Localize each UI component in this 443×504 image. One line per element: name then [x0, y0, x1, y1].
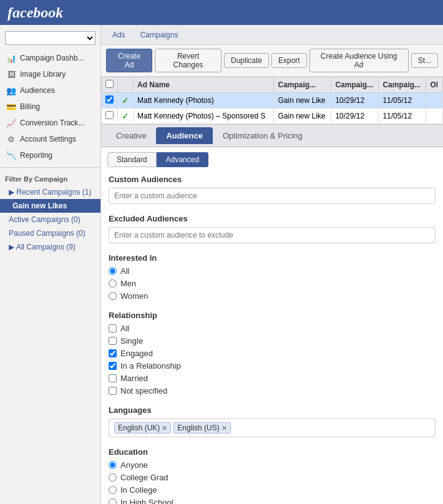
radio-item-edu-in-high-school: In High School — [109, 498, 436, 504]
relationship-options: AllSingleEngagedIn a RelationshipMarried… — [109, 324, 436, 395]
radio-edu-in-college[interactable] — [109, 486, 117, 494]
custom-audiences-input[interactable] — [109, 188, 436, 204]
custom-audiences-section: Custom Audiences — [109, 175, 436, 204]
row-checkbox[interactable] — [102, 93, 118, 109]
checkbox-rel-in-relationship[interactable] — [109, 362, 117, 370]
sidebar-icon-campaigns: 📊 — [6, 53, 16, 63]
radio-interested-men[interactable] — [109, 279, 117, 288]
sidebar-nav: 📊Campaign Dashb...🖼Image Library👥Audienc… — [0, 50, 100, 163]
sidebar-item-conversion-track[interactable]: 📈Conversion Track... — [0, 115, 100, 131]
row-col3: 10/29/12 — [331, 109, 379, 124]
filter-item-paused[interactable]: Paused Campaigns (0) — [0, 226, 100, 240]
sidebar: 📊Campaign Dashb...🖼Image Library👥Audienc… — [0, 25, 101, 504]
checkbox-rel-single[interactable] — [109, 337, 117, 345]
filter-item-gain-new-likes[interactable]: Gain new Likes — [0, 199, 100, 213]
radio-item-interested-women: Women — [109, 291, 436, 301]
radio-label-men: Men — [120, 279, 136, 288]
create-audience-button[interactable]: Create Audience Using Ad — [309, 49, 409, 72]
filter-item-active[interactable]: Active Campaigns (0) — [0, 213, 100, 226]
tab-ads[interactable]: Ads — [106, 28, 132, 42]
subtab-advanced[interactable]: Advanced — [157, 152, 208, 167]
sidebar-label-billing: Billing — [20, 102, 40, 111]
sidebar-item-billing[interactable]: 💳Billing — [0, 99, 100, 115]
radio-edu-college-grad[interactable] — [109, 473, 117, 482]
checkbox-rel-engaged[interactable] — [109, 349, 117, 357]
row-checkbox[interactable] — [102, 109, 118, 124]
sidebar-divider — [0, 167, 100, 168]
table-row[interactable]: ✓ Matt Kennedy (Photos) Gain new Like 10… — [102, 93, 443, 109]
education-label: Education — [109, 447, 436, 457]
checkbox-label-in-relationship: In a Relationship — [120, 361, 181, 371]
ads-table: Ad Name Campaig... Campaig... Campaig...… — [101, 77, 443, 124]
select-all-checkbox[interactable] — [105, 80, 114, 88]
row-col3: 10/29/12 — [331, 93, 379, 109]
export-button[interactable]: Export — [271, 53, 307, 68]
col-camp2-header: Campaig... — [331, 77, 379, 93]
radio-item-interested-men: Men — [109, 279, 436, 288]
filter-item-recent[interactable]: ▶ Recent Campaigns (1) — [0, 185, 100, 199]
interested-in-label: Interested In — [109, 253, 436, 263]
relationship-section: Relationship AllSingleEngagedIn a Relati… — [109, 311, 436, 395]
checkbox-item-rel-married: Married — [109, 374, 436, 383]
radio-edu-label-in-college: In College — [120, 485, 157, 495]
tab-optimization[interactable]: Optimization & Pricing — [213, 127, 313, 144]
col-camp3-header: Campaig... — [379, 77, 426, 93]
sidebar-icon-reporting: 📉 — [6, 150, 16, 160]
sidebar-item-account-settings[interactable]: ⚙Account Settings — [0, 131, 100, 147]
sidebar-search[interactable] — [5, 31, 95, 45]
checkbox-item-rel-not-specified: Not specified — [109, 386, 436, 395]
status-button[interactable]: St... — [411, 53, 438, 68]
interested-in-options: AllMenWomen — [109, 266, 436, 301]
languages-section: Languages English (UK)✕English (US)✕ — [109, 405, 436, 437]
row-select-checkbox[interactable] — [105, 95, 114, 104]
row-adname: Matt Kennedy (Photos) — [134, 93, 274, 109]
lang-label-en-uk: English (UK) — [118, 424, 160, 432]
col-ol-header: Ol — [426, 77, 443, 93]
radio-edu-in-high-school[interactable] — [109, 498, 117, 504]
radio-edu-anyone[interactable] — [109, 461, 117, 469]
relationship-label: Relationship — [109, 311, 436, 320]
excluded-audiences-section: Excluded Audiences — [109, 214, 436, 243]
lang-remove-en-uk[interactable]: ✕ — [162, 424, 167, 432]
sidebar-item-audiences[interactable]: 👥Audiences — [0, 82, 100, 99]
subtab-standard[interactable]: Standard — [107, 152, 157, 167]
excluded-audiences-input[interactable] — [109, 227, 436, 243]
custom-audiences-label: Custom Audiences — [109, 175, 436, 184]
sidebar-icon-audiences: 👥 — [6, 85, 16, 95]
lang-remove-en-us[interactable]: ✕ — [221, 424, 227, 432]
ads-table-container: Ad Name Campaig... Campaig... Campaig...… — [101, 77, 443, 125]
sidebar-item-campaigns[interactable]: 📊Campaign Dashb... — [0, 50, 100, 66]
filter-item-all[interactable]: ▶ All Campaigns (9) — [0, 240, 100, 254]
sidebar-icon-image-library: 🖼 — [6, 69, 16, 79]
radio-label-all: All — [120, 266, 129, 276]
col-checkbox-header — [102, 77, 118, 93]
lang-tag-en-uk: English (UK)✕ — [114, 422, 171, 434]
sidebar-item-reporting[interactable]: 📉Reporting — [0, 147, 100, 163]
radio-interested-women[interactable] — [109, 292, 117, 300]
duplicate-button[interactable]: Duplicate — [224, 53, 269, 68]
tab-campaigns[interactable]: Campaigns — [134, 28, 185, 42]
checkbox-rel-rel-all[interactable] — [109, 324, 117, 332]
ads-tbody: ✓ Matt Kennedy (Photos) Gain new Like 10… — [102, 93, 443, 124]
subtabs: Standard Advanced — [101, 147, 443, 167]
sidebar-item-image-library[interactable]: 🖼Image Library — [0, 66, 100, 82]
col-status-header — [118, 77, 134, 93]
radio-item-edu-college-grad: College Grad — [109, 473, 436, 482]
checkbox-label-married: Married — [120, 374, 148, 383]
row-adname: Matt Kennedy (Photos) – Sponsored S — [134, 109, 274, 124]
main-content: Ads Campaigns Create Ad Revert Changes D… — [101, 25, 443, 504]
checkbox-rel-not-specified[interactable] — [109, 387, 117, 395]
checkbox-rel-married[interactable] — [109, 374, 117, 382]
create-ad-button[interactable]: Create Ad — [106, 49, 152, 72]
row-select-checkbox[interactable] — [105, 111, 114, 119]
campaign-select[interactable] — [5, 31, 95, 45]
radio-interested-all[interactable] — [109, 267, 117, 275]
tab-audience[interactable]: Audience — [156, 127, 213, 144]
languages-field[interactable]: English (UK)✕English (US)✕ — [109, 419, 436, 437]
filter-section-title: Filter By Campaign — [0, 172, 100, 185]
sidebar-label-image-library: Image Library — [20, 70, 66, 79]
sidebar-label-reporting: Reporting — [20, 151, 52, 160]
tab-creative[interactable]: Creative — [106, 127, 156, 144]
revert-changes-button[interactable]: Revert Changes — [155, 49, 221, 72]
table-row[interactable]: ✓ Matt Kennedy (Photos) – Sponsored S Ga… — [102, 109, 443, 124]
